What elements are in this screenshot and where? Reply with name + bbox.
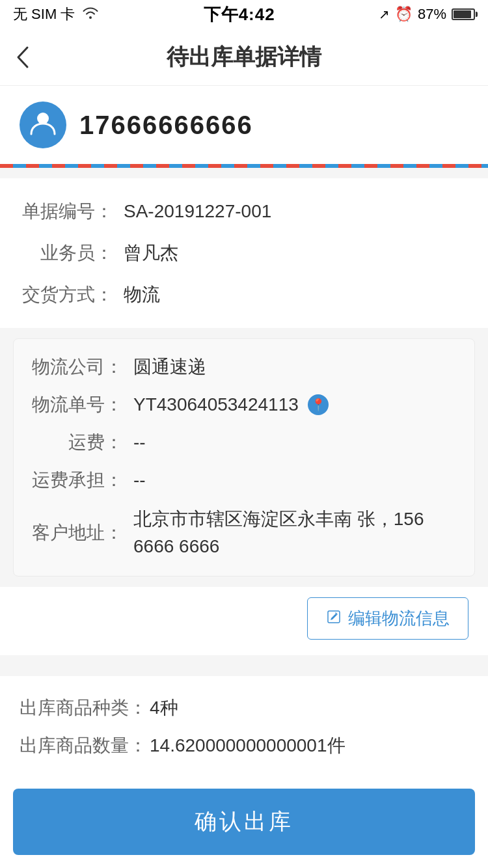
- customer-section: 17666666666: [0, 86, 488, 164]
- edit-logistics-label: 编辑物流信息: [348, 607, 450, 630]
- address-row: 客户地址： 北京市市辖区海淀区永丰南 张，156 6666 6666: [29, 506, 459, 560]
- edit-logistics-button[interactable]: 编辑物流信息: [307, 597, 468, 640]
- edit-icon: [326, 609, 342, 629]
- dashed-divider: [0, 164, 488, 168]
- alarm-icon: ⏰: [395, 6, 413, 23]
- wifi-icon: [81, 6, 100, 23]
- tracking-number-label: 物流单号：: [29, 392, 133, 417]
- avatar-person-icon: [29, 108, 57, 142]
- freight-bearer-value: --: [133, 470, 459, 491]
- goods-quantity-value: 14.620000000000001件: [150, 733, 346, 758]
- tracking-number-container: YT43064053424113 📍: [133, 394, 459, 415]
- freight-value: --: [133, 432, 459, 453]
- freight-bearer-row: 运费承担： --: [29, 468, 459, 493]
- svg-point-0: [37, 113, 49, 124]
- document-number-label: 单据编号：: [20, 198, 124, 225]
- sales-person-label: 业务员：: [20, 239, 124, 267]
- goods-type-value: 4种: [150, 696, 178, 720]
- edit-btn-container: 编辑物流信息: [0, 587, 488, 655]
- sales-person-value: 曾凡杰: [124, 239, 468, 267]
- address-value: 北京市市辖区海淀区永丰南 张，156 6666 6666: [133, 506, 459, 560]
- battery-percent: 87%: [418, 6, 446, 23]
- goods-quantity-label: 出库商品数量：: [20, 733, 150, 758]
- status-bar: 无 SIM 卡 下午4:42 ↗ ⏰ 87%: [0, 0, 488, 29]
- page-title: 待出库单据详情: [167, 42, 321, 72]
- confirm-button[interactable]: 确认出库: [13, 789, 475, 855]
- order-info-section: 单据编号： SA-20191227-001 业务员： 曾凡杰 交货方式： 物流: [0, 178, 488, 328]
- freight-label: 运费：: [29, 430, 133, 455]
- status-right: ↗ ⏰ 87%: [379, 6, 475, 23]
- back-button[interactable]: [16, 45, 30, 70]
- logistics-company-value: 圆通速递: [133, 355, 459, 379]
- logistics-company-row: 物流公司： 圆通速递: [29, 355, 459, 379]
- carrier-label: 无 SIM 卡: [13, 5, 75, 24]
- tracking-number-value: YT43064053424113: [133, 394, 299, 415]
- delivery-method-row: 交货方式： 物流: [20, 281, 468, 308]
- status-left: 无 SIM 卡: [13, 5, 100, 24]
- document-number-value: SA-20191227-001: [124, 198, 468, 225]
- logistics-card: 物流公司： 圆通速递 物流单号： YT43064053424113 📍 运费： …: [13, 338, 475, 576]
- freight-row: 运费： --: [29, 430, 459, 455]
- confirm-btn-container: 确认出库: [0, 776, 488, 868]
- delivery-method-label: 交货方式：: [20, 281, 124, 308]
- goods-quantity-row: 出库商品数量： 14.620000000000001件: [20, 733, 468, 758]
- goods-type-label: 出库商品种类：: [20, 696, 150, 720]
- location-icon[interactable]: 📍: [308, 394, 329, 415]
- location-status-icon: ↗: [379, 7, 390, 22]
- location-pin-icon: 📍: [311, 398, 325, 412]
- address-label: 客户地址：: [29, 521, 133, 545]
- goods-type-row: 出库商品种类： 4种: [20, 696, 468, 720]
- section-divider-1: [0, 655, 488, 666]
- goods-section: 出库商品种类： 4种 出库商品数量： 14.620000000000001件: [0, 676, 488, 778]
- logistics-company-label: 物流公司：: [29, 355, 133, 379]
- delivery-method-value: 物流: [124, 281, 468, 308]
- document-number-row: 单据编号： SA-20191227-001: [20, 198, 468, 225]
- freight-bearer-label: 运费承担：: [29, 468, 133, 493]
- sales-person-row: 业务员： 曾凡杰: [20, 239, 468, 267]
- customer-avatar: [20, 102, 66, 148]
- status-time: 下午4:42: [204, 3, 275, 26]
- nav-bar: 待出库单据详情: [0, 29, 488, 86]
- customer-phone: 17666666666: [79, 111, 253, 140]
- tracking-number-row: 物流单号： YT43064053424113 📍: [29, 392, 459, 417]
- battery-icon: [452, 8, 475, 20]
